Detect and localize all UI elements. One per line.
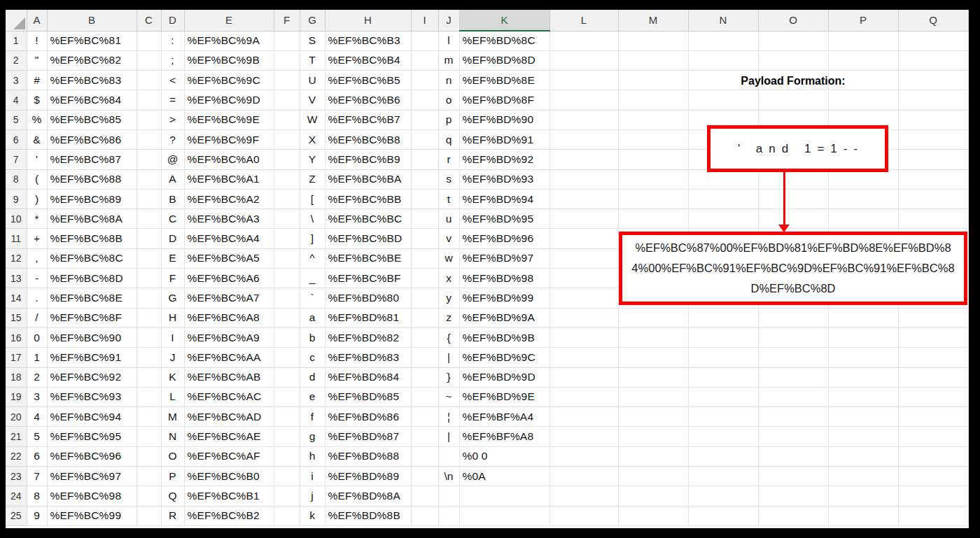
cell-H24[interactable]: %EF%BD%8A	[325, 486, 411, 506]
cell-C11[interactable]	[136, 229, 161, 248]
cell-P8[interactable]	[828, 169, 898, 189]
row-header-24[interactable]: 24	[6, 486, 27, 506]
cell-I23[interactable]	[411, 467, 438, 486]
cell-C8[interactable]	[136, 169, 161, 189]
row-header-19[interactable]: 19	[6, 387, 27, 406]
column-header-H[interactable]: H	[325, 10, 411, 31]
cell-K16[interactable]: %EF%BD%9B	[459, 327, 550, 347]
cell-Q7[interactable]	[898, 150, 968, 169]
cell-E5[interactable]: %EF%BC%9E	[184, 110, 274, 129]
cell-K17[interactable]: %EF%BD%9C	[459, 348, 550, 367]
cell-F18[interactable]	[274, 367, 300, 387]
cell-K24[interactable]	[459, 486, 550, 506]
cell-G2[interactable]: T	[300, 50, 325, 70]
cell-D23[interactable]: P	[161, 467, 184, 486]
column-header-C[interactable]: C	[136, 10, 161, 31]
cell-L11[interactable]	[550, 229, 618, 248]
cell-P17[interactable]	[828, 348, 898, 367]
cell-P10[interactable]	[828, 209, 898, 229]
cell-Q15[interactable]	[898, 308, 968, 327]
cell-E25[interactable]: %EF%BC%B2	[184, 506, 274, 525]
cell-K15[interactable]: %EF%BD%9A	[459, 308, 550, 327]
cell-C18[interactable]	[136, 367, 161, 387]
cell-G6[interactable]: X	[300, 129, 325, 149]
cell-O8[interactable]	[758, 169, 828, 189]
cell-K18[interactable]: %EF%BD%9D	[459, 367, 550, 387]
cell-C5[interactable]	[136, 110, 161, 129]
cell-M9[interactable]	[618, 189, 688, 208]
cell-K20[interactable]: %EF%BF%A4	[459, 407, 550, 427]
cell-J25[interactable]	[438, 506, 459, 525]
cell-L7[interactable]	[550, 150, 618, 169]
column-header-N[interactable]: N	[688, 10, 758, 31]
row-header-12[interactable]: 12	[6, 248, 27, 268]
cell-F8[interactable]	[274, 169, 300, 189]
payload-source-box[interactable]: ' and 1=1--	[707, 125, 888, 172]
row-header-23[interactable]: 23	[6, 467, 27, 486]
cell-H4[interactable]: %EF%BC%B6	[325, 90, 411, 110]
cell-J15[interactable]: z	[438, 308, 459, 327]
cell-H22[interactable]: %EF%BD%88	[325, 446, 411, 466]
column-header-J[interactable]: J	[438, 10, 459, 31]
cell-C10[interactable]	[136, 209, 161, 229]
cell-E12[interactable]: %EF%BC%A5	[184, 248, 274, 268]
cell-B6[interactable]: %EF%BC%86	[47, 129, 136, 149]
cell-L8[interactable]	[550, 169, 618, 189]
cell-A5[interactable]: %	[27, 110, 47, 129]
cell-J7[interactable]: r	[438, 150, 459, 169]
cell-A16[interactable]: 0	[27, 327, 47, 347]
cell-Q9[interactable]	[898, 189, 968, 208]
cell-H23[interactable]: %EF%BD%89	[325, 467, 411, 486]
cell-P2[interactable]	[828, 50, 898, 70]
cell-F25[interactable]	[274, 506, 300, 525]
cell-K25[interactable]	[459, 506, 550, 525]
cell-B7[interactable]: %EF%BC%87	[47, 150, 136, 169]
cell-Q4[interactable]	[898, 90, 968, 110]
cell-F5[interactable]	[274, 110, 300, 129]
cell-D12[interactable]: E	[161, 248, 184, 268]
cell-G21[interactable]: g	[300, 427, 325, 446]
cell-H18[interactable]: %EF%BD%84	[325, 367, 411, 387]
cell-E10[interactable]: %EF%BC%A3	[184, 209, 274, 229]
cell-Q6[interactable]	[898, 129, 968, 149]
row-header-7[interactable]: 7	[6, 150, 27, 169]
cell-D19[interactable]: L	[161, 387, 184, 406]
cell-G16[interactable]: b	[300, 327, 325, 347]
cell-D8[interactable]: A	[161, 169, 184, 189]
cell-N22[interactable]	[688, 446, 758, 466]
cell-B3[interactable]: %EF%BC%83	[47, 71, 136, 90]
cell-M2[interactable]	[618, 50, 688, 70]
cell-Q20[interactable]	[898, 407, 968, 427]
cell-A1[interactable]: !	[27, 31, 47, 50]
cell-Q19[interactable]	[898, 387, 968, 406]
cell-Q16[interactable]	[898, 327, 968, 347]
cell-H6[interactable]: %EF%BC%B8	[325, 129, 411, 149]
cell-D17[interactable]: J	[161, 348, 184, 367]
cell-J22[interactable]	[438, 446, 459, 466]
cell-F23[interactable]	[274, 467, 300, 486]
cell-A12[interactable]: ,	[27, 248, 47, 268]
column-header-K[interactable]: K	[459, 10, 550, 31]
cell-B1[interactable]: %EF%BC%81	[47, 31, 136, 50]
cell-L23[interactable]	[550, 467, 618, 486]
cell-F7[interactable]	[274, 150, 300, 169]
cell-I16[interactable]	[411, 327, 438, 347]
cell-D5[interactable]: >	[161, 110, 184, 129]
cell-E7[interactable]: %EF%BC%A0	[184, 150, 274, 169]
cell-H20[interactable]: %EF%BD%86	[325, 407, 411, 427]
cell-K8[interactable]: %EF%BD%93	[459, 169, 550, 189]
cell-O21[interactable]	[758, 427, 828, 446]
cell-I11[interactable]	[411, 229, 438, 248]
cell-B13[interactable]: %EF%BC%8D	[47, 269, 136, 288]
cell-K2[interactable]: %EF%BD%8D	[459, 50, 550, 70]
column-header-L[interactable]: L	[550, 10, 618, 31]
cell-A2[interactable]: "	[27, 50, 47, 70]
cell-N9[interactable]	[688, 189, 758, 208]
cell-E2[interactable]: %EF%BC%9B	[184, 50, 274, 70]
cell-G20[interactable]: f	[300, 407, 325, 427]
cell-B5[interactable]: %EF%BC%85	[47, 110, 136, 129]
cell-A3[interactable]: #	[27, 71, 47, 90]
column-header-I[interactable]: I	[411, 10, 438, 31]
row-header-11[interactable]: 11	[6, 229, 27, 248]
cell-F3[interactable]	[274, 71, 300, 90]
